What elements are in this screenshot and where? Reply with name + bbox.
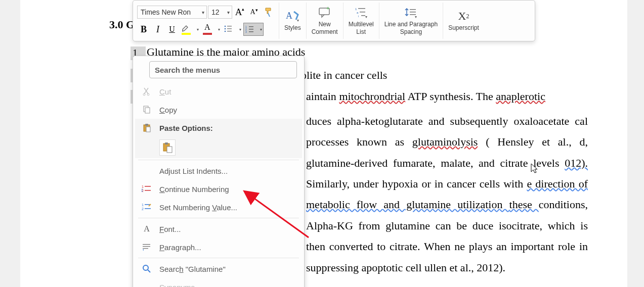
continue-numbering-icon: 12: [139, 184, 154, 194]
chevron-down-icon: ▾: [197, 27, 199, 32]
svg-rect-35: [165, 142, 168, 145]
font-size-combo[interactable]: 12 ▾: [208, 6, 232, 19]
styles-icon: A▾: [285, 10, 300, 23]
copy-icon: [139, 105, 154, 114]
menu-paste-options: Paste Options:: [135, 119, 302, 137]
chevron-down-icon: ▾: [202, 10, 204, 15]
svg-rect-30: [145, 108, 150, 113]
menu-adjust-list-indents[interactable]: Adjust List Indents...: [135, 162, 302, 180]
svg-text:▾: ▾: [415, 15, 417, 19]
doc-line: olite in cancer cells: [301, 69, 387, 82]
svg-point-4: [225, 31, 226, 32]
chevron-down-icon: ▾: [218, 27, 220, 32]
svg-rect-32: [145, 124, 148, 126]
shrink-font-button[interactable]: A▾: [247, 6, 261, 19]
new-comment-button[interactable]: + NewComment: [306, 3, 343, 39]
svg-text:▾: ▾: [365, 15, 367, 19]
svg-text:▾: ▾: [297, 18, 299, 23]
menu-paragraph[interactable]: Paragraph...: [135, 238, 302, 256]
font-color-button[interactable]: A ▾: [201, 23, 221, 36]
bullets-button[interactable]: ▾: [222, 23, 242, 36]
search-icon: [139, 264, 154, 273]
svg-rect-7: [249, 26, 253, 27]
svg-text:a: a: [357, 11, 359, 14]
font-name-combo[interactable]: Times New Ron ▾: [137, 6, 207, 19]
svg-rect-40: [145, 190, 151, 191]
highlight-color-button[interactable]: ▾: [180, 23, 200, 36]
svg-rect-24: [410, 12, 416, 13]
page-canvas: 3.0 G 1 2 3 Glutamine is the major amino…: [20, 0, 627, 287]
doc-body: duces alpha-ketoglutarate and subsequent…: [306, 111, 588, 278]
superscript-icon: X2: [458, 10, 469, 23]
numbering-button[interactable]: 1 2 3 ▾: [243, 23, 264, 36]
svg-text:1: 1: [355, 8, 357, 11]
font-icon: A: [139, 224, 154, 233]
svg-rect-33: [146, 127, 150, 132]
cut-icon: [139, 87, 154, 96]
line-spacing-button[interactable]: ▾ Line and ParagraphSpacing: [379, 3, 443, 39]
styles-button[interactable]: A▾ Styles: [279, 3, 306, 39]
italic-button[interactable]: I: [151, 23, 164, 36]
chevron-down-icon: ▾: [260, 27, 262, 32]
menu-font[interactable]: A Font...: [135, 220, 302, 238]
paste-keep-formatting-button[interactable]: [159, 139, 176, 156]
multilevel-list-button[interactable]: 1 a i ▾ MultilevelList: [343, 3, 379, 39]
svg-text:2: 2: [142, 207, 144, 211]
mini-toolbar: Times New Ron ▾ 12 ▾ A▴ A▾ B: [133, 0, 535, 41]
superscript-button[interactable]: X2 Superscript: [443, 3, 484, 39]
svg-rect-9: [249, 29, 253, 30]
svg-text:+: +: [326, 7, 329, 11]
svg-text:1: 1: [142, 203, 144, 207]
menu-copy[interactable]: Copy: [135, 101, 302, 119]
heading-text: 3.0 G: [109, 18, 135, 31]
chevron-down-icon: ▾: [239, 27, 241, 32]
svg-text:1: 1: [142, 185, 144, 188]
svg-rect-36: [167, 147, 172, 153]
svg-rect-21: [361, 15, 365, 16]
menu-continue-numbering[interactable]: 12 Continue Numbering: [135, 180, 302, 198]
underline-button[interactable]: U: [165, 23, 179, 36]
set-numbering-icon: 12: [139, 203, 154, 212]
menu-synonyms[interactable]: Synonyms: [135, 278, 302, 287]
svg-text:A: A: [286, 11, 292, 21]
context-menu: Search the menus Cut Copy Paste Options:: [133, 56, 305, 287]
svg-rect-1: [227, 26, 232, 27]
bold-button[interactable]: B: [137, 23, 150, 36]
svg-rect-3: [227, 28, 232, 29]
paste-options-row: [135, 137, 302, 158]
menu-set-numbering-value[interactable]: 12 Set Numbering Value...: [135, 198, 302, 216]
chevron-down-icon: ▾: [227, 10, 230, 15]
svg-rect-17: [358, 8, 365, 9]
svg-rect-46: [143, 246, 150, 247]
menu-cut[interactable]: Cut: [135, 82, 302, 101]
menu-smart-lookup[interactable]: Search "Glutamine": [135, 260, 302, 278]
grow-font-button[interactable]: A▴: [233, 6, 246, 19]
comment-icon: +: [318, 6, 332, 19]
svg-rect-11: [249, 31, 253, 32]
svg-rect-45: [143, 244, 150, 245]
svg-point-48: [143, 265, 148, 270]
svg-point-0: [225, 26, 226, 27]
menu-search-input[interactable]: Search the menus: [149, 61, 297, 78]
svg-rect-5: [227, 31, 232, 32]
multilevel-list-icon: 1 a i ▾: [354, 6, 368, 19]
svg-point-2: [225, 28, 226, 30]
svg-rect-44: [145, 208, 151, 209]
svg-rect-47: [143, 248, 148, 249]
paste-icon: [139, 123, 154, 132]
svg-rect-38: [145, 186, 151, 187]
line-spacing-icon: ▾: [404, 6, 418, 19]
format-painter-button[interactable]: [262, 6, 277, 19]
paragraph-icon: [139, 243, 154, 251]
doc-line: aintain mitochrondrial ATP synthesis. Th…: [306, 90, 545, 103]
svg-rect-19: [360, 12, 365, 13]
svg-text:3: 3: [245, 30, 247, 33]
svg-text:i: i: [358, 15, 359, 18]
svg-rect-23: [410, 9, 416, 10]
